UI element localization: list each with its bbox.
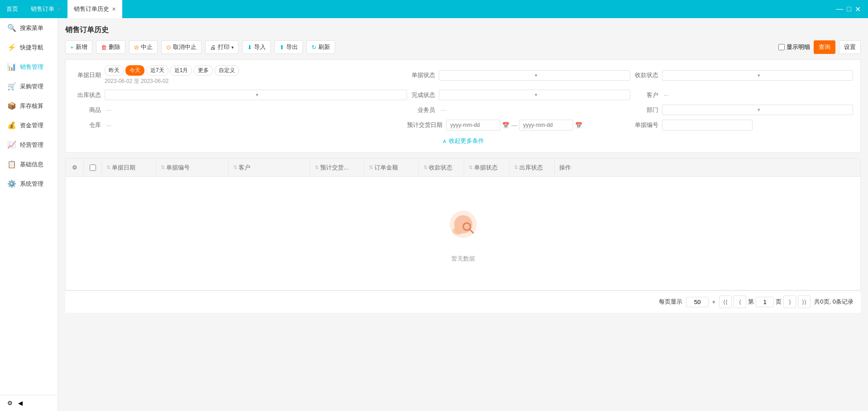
date-chip-1month[interactable]: 近1月 xyxy=(170,65,192,76)
close-btn[interactable]: ✕ xyxy=(855,5,861,14)
sidebar-item-capital-mgmt[interactable]: 💰 资金管理 xyxy=(0,116,58,135)
filter-group-pay-status: 收款状态 ▾ xyxy=(630,70,853,81)
tab-sales-order-close[interactable]: ✕ xyxy=(57,6,61,12)
filter-row-4: 仓库 ··· 预计交货日期 📅 — 📅 xyxy=(73,120,853,131)
first-page-btn[interactable]: ⟨⟨ xyxy=(719,295,732,308)
collapse-row[interactable]: ∧ 收起更多条件 xyxy=(73,135,853,147)
warehouse-dots-btn[interactable]: ··· xyxy=(105,122,113,129)
th-date[interactable]: ⇅ 单据日期 xyxy=(102,160,156,175)
per-page-label: 每页显示 xyxy=(659,298,682,306)
date-chip-today[interactable]: 今天 xyxy=(125,65,144,76)
customer-dots-btn[interactable]: ··· xyxy=(662,92,671,98)
department-select[interactable]: ▾ xyxy=(662,105,853,115)
next-page-btn[interactable]: ⟩ xyxy=(783,295,796,308)
delivery-date-cal2-icon[interactable]: 📅 xyxy=(575,122,582,129)
sidebar-item-search-menu-label: 搜索菜单 xyxy=(20,24,43,32)
date-chip-yesterday[interactable]: 昨天 xyxy=(105,65,124,76)
th-amount-label: 订单金额 xyxy=(374,164,398,172)
out-status-select[interactable]: ▾ xyxy=(105,90,407,100)
pay-status-select[interactable]: ▾ xyxy=(662,70,853,81)
refresh-button[interactable]: ↻ 刷新 xyxy=(307,40,335,54)
window-actions: — □ ✕ xyxy=(836,5,868,14)
collapse-up-icon: ∧ xyxy=(442,138,447,145)
table-header: ⚙ ⇅ 单据日期 ⇅ 单据编号 ⇅ 客户 ⇅ xyxy=(66,159,860,177)
sidebar-settings-icon[interactable]: ⚙ xyxy=(7,400,13,406)
tab-sales-order-history-close[interactable]: ✕ xyxy=(112,6,116,12)
department-control: ▾ xyxy=(662,105,853,115)
complete-status-select[interactable]: ▾ xyxy=(439,90,630,100)
import-button[interactable]: ⬇ 导入 xyxy=(242,40,271,54)
collapse-label: 收起更多条件 xyxy=(449,137,484,145)
sidebar-item-sales-mgmt[interactable]: 📊 销售管理 xyxy=(0,57,58,77)
warehouse-label: 仓库 xyxy=(73,121,105,129)
sidebar-item-search-menu[interactable]: 🔍 搜索菜单 xyxy=(0,18,58,38)
main-layout: 🔍 搜索菜单 ⚡ 快捷导航 📊 销售管理 🛒 采购管理 📦 库存核算 💰 资金管… xyxy=(0,18,868,411)
cancel-stop-button[interactable]: ⊙ 取消中止 xyxy=(161,40,201,54)
display-detail-checkbox[interactable]: 显示明细 xyxy=(778,43,810,51)
customer-control: ··· xyxy=(662,92,853,98)
date-chip-custom[interactable]: 自定义 xyxy=(215,65,239,76)
product-control: ··· xyxy=(105,106,407,113)
order-status-arrow-icon: ▾ xyxy=(535,73,626,78)
tab-sales-order-history[interactable]: 销售订单历史 ✕ xyxy=(67,0,122,18)
sales-person-dots-btn[interactable]: ··· xyxy=(439,106,447,113)
order-status-select[interactable]: ▾ xyxy=(439,70,630,81)
maximize-btn[interactable]: □ xyxy=(847,5,851,13)
date-chip-7days[interactable]: 近7天 xyxy=(146,65,168,76)
select-all-checkbox[interactable] xyxy=(90,164,96,171)
sidebar-collapse-icon[interactable]: ◀ xyxy=(18,400,23,406)
th-pay-status-label: 收款状态 xyxy=(429,164,452,172)
th-order-status[interactable]: ⇅ 单据状态 xyxy=(464,160,509,175)
order-status-label: 单据状态 xyxy=(407,71,439,79)
delivery-date-end[interactable] xyxy=(519,120,573,131)
th-pay-status[interactable]: ⇅ 收款状态 xyxy=(419,160,464,175)
delete-button[interactable]: 🗑 删除 xyxy=(96,40,125,54)
order-num-input[interactable] xyxy=(662,120,753,131)
sidebar-item-inventory-label: 库存核算 xyxy=(20,102,43,110)
th-settings[interactable]: ⚙ xyxy=(66,160,84,174)
sidebar-item-quick-nav-label: 快捷导航 xyxy=(20,44,43,52)
tab-home[interactable]: 首页 xyxy=(0,0,24,18)
stop-button[interactable]: ⊘ 中止 xyxy=(129,40,158,54)
product-dots-btn[interactable]: ··· xyxy=(105,106,113,113)
th-num-label: 单据编号 xyxy=(166,164,190,172)
query-button[interactable]: 查询 xyxy=(814,40,835,54)
export-button[interactable]: ⬆ 导出 xyxy=(274,40,303,54)
delivery-date-cal1-icon[interactable]: 📅 xyxy=(502,122,509,129)
sidebar-item-purchase-mgmt[interactable]: 🛒 采购管理 xyxy=(0,77,58,96)
sidebar-item-inventory[interactable]: 📦 库存核算 xyxy=(0,96,58,116)
stop-icon: ⊘ xyxy=(134,44,139,51)
filter-group-product: 商品 ··· xyxy=(73,106,407,114)
th-delivery[interactable]: ⇅ 预计交货... xyxy=(310,160,364,175)
th-num[interactable]: ⇅ 单据编号 xyxy=(156,160,229,175)
display-detail-input[interactable] xyxy=(778,44,785,50)
sidebar-item-quick-nav[interactable]: ⚡ 快捷导航 xyxy=(0,38,58,57)
delivery-date-start[interactable] xyxy=(446,120,500,131)
content-area: 销售订单历史 + 新增 🗑 删除 ⊘ 中止 ⊙ 取消中止 🖨 打印 ▾ xyxy=(58,18,868,411)
basic-info-icon: 📋 xyxy=(7,160,16,169)
last-page-btn[interactable]: ⟩⟩ xyxy=(798,295,810,308)
new-button[interactable]: + 新增 xyxy=(65,40,92,54)
settings-gear-icon[interactable]: ⚙ xyxy=(72,164,77,171)
th-amount[interactable]: ⇅ 订单金额 xyxy=(364,160,419,175)
per-page-input[interactable] xyxy=(686,297,709,307)
th-checkbox xyxy=(84,161,102,174)
order-num-control xyxy=(662,120,853,131)
date-chip-more[interactable]: 更多 xyxy=(194,65,213,76)
print-button[interactable]: 🖨 打印 ▾ xyxy=(205,40,239,54)
per-page-dropdown-icon[interactable]: ▾ xyxy=(712,299,715,305)
settings-button[interactable]: 设置 xyxy=(839,40,861,54)
prev-page-btn[interactable]: ⟨ xyxy=(734,295,746,308)
th-warehouse-status[interactable]: ⇅ 出库状态 xyxy=(509,160,555,175)
sidebar-item-operation-mgmt[interactable]: 📈 经营管理 xyxy=(0,135,58,155)
minimize-btn[interactable]: — xyxy=(836,5,843,13)
customer-label: 客户 xyxy=(630,91,662,99)
print-dropdown-icon: ▾ xyxy=(231,45,234,50)
sidebar-item-system-mgmt[interactable]: ⚙️ 系统管理 xyxy=(0,174,58,193)
current-page-input[interactable] xyxy=(756,297,774,307)
complete-status-arrow-icon: ▾ xyxy=(535,92,626,98)
th-customer[interactable]: ⇅ 客户 xyxy=(229,160,310,175)
cancel-stop-icon: ⊙ xyxy=(166,44,171,51)
sidebar-item-basic-info[interactable]: 📋 基础信息 xyxy=(0,155,58,174)
tab-sales-order[interactable]: 销售订单 ✕ xyxy=(24,0,67,18)
